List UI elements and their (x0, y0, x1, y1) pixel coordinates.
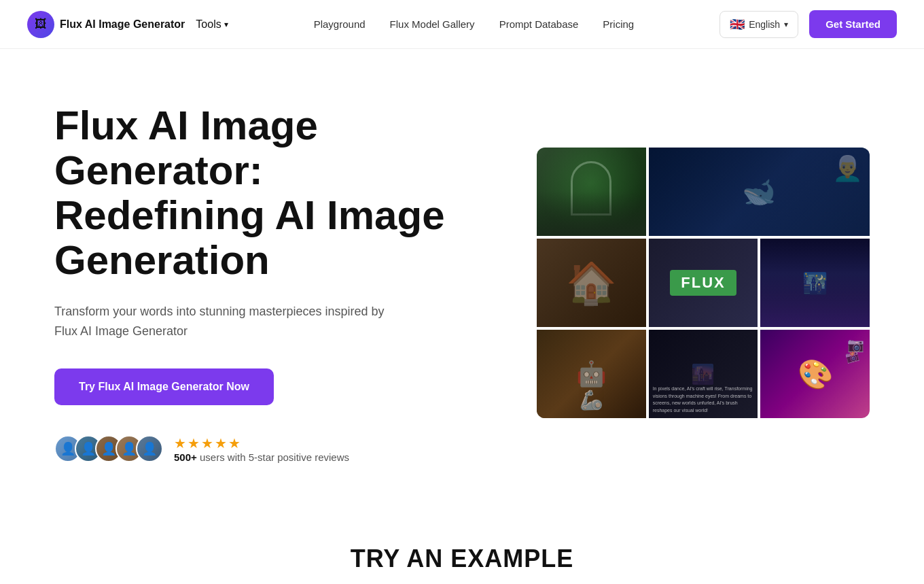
nav-actions: 🇬🇧 English ▾ Get Started (719, 10, 897, 38)
gallery-image-8: 🎨 📷 📸 (760, 330, 870, 418)
nav-links: Playground Flux Model Gallery Prompt Dat… (314, 18, 635, 30)
flux-label: FLUX (670, 270, 736, 296)
hero-cta-button[interactable]: Try Flux AI Image Generator Now (54, 368, 274, 405)
hero-content: Flux AI Image Generator: Redefining AI I… (54, 103, 478, 463)
chevron-down-icon: ▾ (224, 20, 228, 29)
star-rating: ★ ★ ★ ★ ★ (174, 435, 349, 451)
star-4: ★ (215, 435, 227, 451)
navbar: 🖼 Flux AI Image Generator Tools ▾ Playgr… (0, 0, 924, 49)
reviews-text: 500+ users with 5-star positive reviews (174, 451, 349, 463)
language-selector[interactable]: 🇬🇧 English ▾ (719, 11, 798, 38)
star-3: ★ (201, 435, 213, 451)
get-started-button[interactable]: Get Started (809, 10, 897, 38)
poem-overlay: In pixels dance, AI's craft will rise, T… (653, 385, 754, 414)
star-1: ★ (174, 435, 186, 451)
social-proof: 👤 👤 👤 👤 👤 ★ ★ ★ ★ ★ 500+ users with 5-st… (54, 435, 478, 463)
reviews-count: 500+ (174, 451, 197, 463)
ratings-group: ★ ★ ★ ★ ★ 500+ users with 5-star positiv… (174, 435, 349, 463)
flag-icon: 🇬🇧 (730, 17, 745, 32)
nav-link-flux-model-gallery[interactable]: Flux Model Gallery (390, 18, 475, 30)
gallery-image-1 (537, 148, 646, 236)
brand-name: Flux AI Image Generator (60, 18, 185, 31)
nav-link-pricing[interactable]: Pricing (603, 18, 634, 30)
try-example-title: TRY AN EXAMPLE (0, 545, 924, 573)
nav-brand[interactable]: 🖼 Flux AI Image Generator Tools ▾ (27, 11, 228, 38)
gallery-image-7: 🌆 In pixels dance, AI's craft will rise,… (649, 330, 758, 418)
try-example-section: TRY AN EXAMPLE 🌿 🌹 🌌 🏛️ (0, 504, 924, 584)
hero-image-grid: 🐋 👨‍🦳 🏠 FLUX 🌃 (511, 148, 870, 418)
nav-link-playground[interactable]: Playground (314, 18, 366, 30)
gallery-grid: 🐋 👨‍🦳 🏠 FLUX 🌃 (537, 148, 870, 418)
gallery-image-4: FLUX (649, 239, 758, 327)
hero-section: Flux AI Image Generator: Redefining AI I… (0, 49, 924, 504)
robot-icon: 🦾 (580, 389, 603, 411)
nav-link-prompt-database[interactable]: Prompt Database (499, 18, 579, 30)
hero-subtitle: Transform your words into stunning maste… (54, 302, 408, 341)
language-label: English (749, 19, 780, 30)
tools-label: Tools (196, 18, 221, 31)
reviews-label: users with 5-star positive reviews (200, 451, 349, 463)
logo-emoji: 🖼 (35, 17, 47, 31)
user-avatars: 👤 👤 👤 👤 👤 (54, 435, 163, 462)
star-2: ★ (188, 435, 200, 451)
tools-dropdown[interactable]: Tools ▾ (196, 18, 228, 31)
avatar-5: 👤 (136, 435, 163, 462)
gallery-image-5: 🌃 (760, 239, 870, 327)
gallery-image-3: 🏠 (537, 239, 646, 327)
star-5: ★ (228, 435, 241, 451)
logo-icon: 🖼 (27, 11, 54, 38)
lang-chevron-icon: ▾ (784, 20, 788, 29)
hero-title: Flux AI Image Generator: Redefining AI I… (54, 103, 478, 283)
gallery-image-6: 🤖 🦾 (537, 330, 646, 418)
gallery-image-2: 🐋 👨‍🦳 (649, 148, 870, 236)
